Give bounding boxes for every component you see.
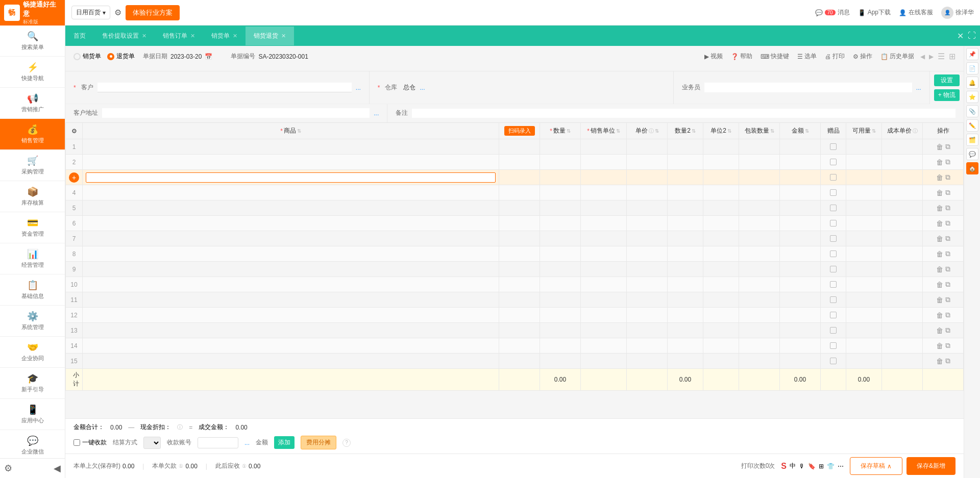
data-cell[interactable]: [581, 246, 627, 262]
data-cell[interactable]: [499, 323, 540, 338]
data-cell[interactable]: [846, 155, 882, 170]
gift-checkbox[interactable]: [830, 143, 837, 150]
data-cell[interactable]: [821, 323, 846, 338]
collapse-icon[interactable]: ◀: [54, 463, 61, 474]
data-cell[interactable]: [846, 231, 882, 246]
add-row-btn[interactable]: +: [69, 172, 79, 183]
data-cell[interactable]: [821, 216, 846, 231]
remark-input[interactable]: [412, 109, 955, 118]
delete-row-btn[interactable]: 🗑: [936, 281, 943, 289]
data-cell[interactable]: [668, 308, 703, 323]
product-cell[interactable]: [83, 200, 499, 216]
sidebar-item-marketing[interactable]: 📢 营销推广: [0, 88, 65, 119]
data-cell[interactable]: [882, 354, 923, 369]
delete-row-btn[interactable]: 🗑: [936, 357, 943, 365]
data-cell[interactable]: [821, 262, 846, 277]
data-cell[interactable]: [739, 354, 780, 369]
data-cell[interactable]: [780, 200, 821, 216]
grid-view-icon[interactable]: ⊞: [949, 52, 955, 61]
data-cell[interactable]: [739, 323, 780, 338]
add-btn[interactable]: 添加: [274, 436, 295, 449]
data-cell[interactable]: [882, 338, 923, 354]
account-input[interactable]: [198, 437, 238, 448]
tab-sale-order[interactable]: 销售订单 ✕: [155, 27, 203, 45]
data-cell[interactable]: [581, 262, 627, 277]
copy-row-btn[interactable]: ⧉: [945, 158, 950, 166]
data-cell[interactable]: [882, 308, 923, 323]
data-cell[interactable]: [846, 216, 882, 231]
product-cell[interactable]: [83, 338, 499, 354]
data-cell[interactable]: [499, 277, 540, 292]
data-cell[interactable]: [703, 185, 739, 200]
product-cell[interactable]: [83, 231, 499, 246]
copy-row-btn[interactable]: ⧉: [945, 311, 950, 319]
data-cell[interactable]: [668, 231, 703, 246]
data-cell[interactable]: [703, 354, 739, 369]
data-cell[interactable]: [882, 170, 923, 185]
product-cell[interactable]: [83, 308, 499, 323]
gift-checkbox[interactable]: [830, 266, 837, 272]
list-view-icon[interactable]: ☰: [938, 52, 945, 61]
th-settings[interactable]: ⚙: [66, 123, 83, 139]
data-cell[interactable]: [703, 277, 739, 292]
data-cell[interactable]: [739, 277, 780, 292]
save-new-btn[interactable]: 保存&新增: [906, 457, 955, 475]
copy-row-btn[interactable]: ⧉: [945, 219, 950, 228]
data-cell[interactable]: [882, 139, 923, 155]
gift-checkbox[interactable]: [830, 342, 837, 349]
data-cell[interactable]: [739, 155, 780, 170]
data-cell[interactable]: [627, 308, 668, 323]
data-cell[interactable]: [499, 292, 540, 308]
data-cell[interactable]: [581, 231, 627, 246]
data-cell[interactable]: [739, 262, 780, 277]
data-cell[interactable]: [627, 246, 668, 262]
data-cell[interactable]: [627, 338, 668, 354]
right-btn-9[interactable]: 🏠: [966, 162, 978, 174]
settings-btn[interactable]: 设置: [934, 74, 960, 86]
barcode-btn[interactable]: 扫码录入: [504, 126, 535, 136]
data-cell[interactable]: [821, 354, 846, 369]
data-cell[interactable]: [581, 139, 627, 155]
data-cell[interactable]: [821, 200, 846, 216]
data-cell[interactable]: [668, 354, 703, 369]
customer-input[interactable]: [97, 83, 352, 92]
data-cell[interactable]: [703, 308, 739, 323]
data-cell[interactable]: [499, 338, 540, 354]
data-cell[interactable]: [499, 308, 540, 323]
data-cell[interactable]: [780, 170, 821, 185]
data-cell[interactable]: [780, 216, 821, 231]
product-cell[interactable]: [83, 292, 499, 308]
address-input[interactable]: [102, 108, 370, 118]
data-cell[interactable]: [581, 308, 627, 323]
data-cell[interactable]: [499, 246, 540, 262]
data-cell[interactable]: [739, 246, 780, 262]
gift-checkbox[interactable]: [830, 358, 837, 364]
data-cell[interactable]: [846, 262, 882, 277]
sidebar-item-search[interactable]: 🔍 搜索菜单: [0, 26, 65, 57]
data-cell[interactable]: [499, 354, 540, 369]
data-cell[interactable]: [627, 292, 668, 308]
data-cell[interactable]: [739, 231, 780, 246]
delete-row-btn[interactable]: 🗑: [936, 235, 943, 243]
data-cell[interactable]: [821, 277, 846, 292]
table-settings-icon[interactable]: ⚙: [71, 128, 77, 135]
data-cell[interactable]: [882, 155, 923, 170]
calendar-icon[interactable]: 📅: [205, 53, 212, 60]
data-cell[interactable]: [846, 354, 882, 369]
right-btn-2[interactable]: 📄: [966, 62, 978, 74]
data-cell[interactable]: [540, 200, 581, 216]
right-btn-5[interactable]: 📎: [966, 105, 978, 117]
data-cell[interactable]: [668, 323, 703, 338]
data-cell[interactable]: [780, 262, 821, 277]
operate-btn[interactable]: ⚙ 操作: [851, 51, 874, 62]
data-cell[interactable]: [668, 139, 703, 155]
sidebar-item-operation[interactable]: 📊 经营管理: [0, 243, 65, 274]
product-cell[interactable]: [83, 170, 499, 185]
sidebar-item-system[interactable]: ⚙️ 系统管理: [0, 306, 65, 337]
data-cell[interactable]: [627, 170, 668, 185]
data-cell[interactable]: [499, 155, 540, 170]
data-cell[interactable]: [703, 200, 739, 216]
radio-return[interactable]: 退货单: [107, 52, 135, 61]
data-cell[interactable]: [821, 155, 846, 170]
data-cell[interactable]: [882, 216, 923, 231]
